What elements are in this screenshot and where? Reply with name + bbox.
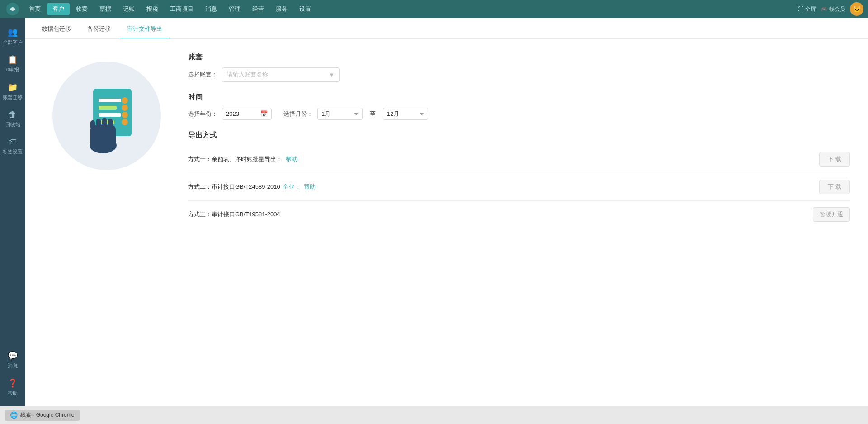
- sidebar-bottom-label: 消息: [8, 362, 18, 369]
- recycle-icon: 🗑: [9, 110, 17, 119]
- sidebar-item-label: 回收站: [5, 121, 20, 128]
- account-form-row: 选择账套： 请输入账套名称 ▼: [188, 67, 850, 82]
- svg-rect-2: [99, 99, 121, 102]
- export-method-3-text: 方式三：审计接口GB/T19581-2004: [188, 210, 280, 219]
- svg-point-7: [122, 105, 128, 111]
- month-end-select[interactable]: 1月2月3月 4月5月6月 7月8月9月 10月11月 12月: [383, 108, 428, 120]
- fullscreen-icon: ⛶: [798, 6, 803, 12]
- nav-fee[interactable]: 收费: [71, 3, 93, 15]
- nav-settings[interactable]: 设置: [294, 3, 316, 15]
- svg-rect-14: [102, 118, 107, 129]
- export-method-2-company[interactable]: 企业：: [283, 183, 300, 190]
- sidebar-item-label: 全部客户: [3, 39, 23, 46]
- fullscreen-label: 全屏: [805, 5, 816, 13]
- taskbar-item-label: 线索 - Google Chrome: [20, 411, 74, 419]
- sidebar-item-recycle[interactable]: 🗑 回收站: [0, 105, 25, 133]
- all-clients-icon: 👥: [8, 27, 18, 37]
- sidebar-bottom-label: 帮助: [8, 390, 18, 397]
- nav-client[interactable]: 客户: [47, 3, 70, 15]
- account-migration-icon: 📁: [8, 82, 18, 92]
- svg-rect-12: [90, 120, 95, 129]
- taskbar: 🌐 线索 - Google Chrome: [0, 406, 868, 424]
- year-value: 2023: [226, 110, 239, 117]
- tag-settings-icon: 🏷: [9, 137, 17, 147]
- export-method-2: 方式二：审计接口GB/T24589-2010 企业： 帮助 下 载: [188, 173, 850, 201]
- month-start-select[interactable]: 1月2月3月 4月5月6月 7月8月9月 10月11月12月: [317, 108, 363, 120]
- export-method-2-label: 方式二：审计接口GB/T24589-2010: [188, 183, 280, 190]
- export-method-1-download-button[interactable]: 下 载: [819, 152, 850, 167]
- export-method-1-label: 方式一：余额表、序时账批量导出：: [188, 156, 282, 162]
- top-nav: 首页 客户 收费 票据 记账 报税 工商项目 消息 管理 经营 服务 设置 ⛶ …: [0, 0, 868, 18]
- tab-backup-migration[interactable]: 备份迁移: [80, 20, 118, 38]
- app-logo: [5, 1, 21, 17]
- calendar-icon: 📅: [260, 110, 268, 117]
- export-method-3-coming-soon-button: 暂缓开通: [813, 207, 850, 222]
- sidebar-item-all-clients[interactable]: 👥 全部客户: [0, 23, 25, 50]
- sidebar-item-account-migration[interactable]: 📁 账套迁移: [0, 78, 25, 105]
- page-content: 账套 选择账套： 请输入账套名称 ▼ 时间 选择年份：: [25, 39, 868, 406]
- illustration-circle: [52, 62, 161, 170]
- account-select-input[interactable]: 请输入账套名称 ▼: [222, 67, 340, 82]
- nav-manage[interactable]: 管理: [223, 3, 246, 15]
- year-input[interactable]: 2023 📅: [222, 108, 272, 120]
- nav-operation[interactable]: 经营: [247, 3, 269, 15]
- sidebar-item-tag-settings[interactable]: 🏷 标签设置: [0, 133, 25, 160]
- export-method-1: 方式一：余额表、序时账批量导出： 帮助 下 载: [188, 146, 850, 173]
- time-section: 时间 选择年份： 2023 📅 选择月份： 1月2月3月 4月5月6月 7月8月…: [188, 93, 850, 120]
- nav-service[interactable]: 服务: [270, 3, 293, 15]
- zero-declare-icon: 📋: [8, 55, 18, 65]
- main-layout: 👥 全部客户 📋 0申报 📁 账套迁移 🗑 回收站 🏷 标签设置 💬 消息 ❓: [0, 18, 868, 406]
- nav-business[interactable]: 工商项目: [165, 3, 199, 15]
- content-area: 数据包迁移 备份迁移 审计文件导出: [25, 18, 868, 406]
- nav-message[interactable]: 消息: [200, 3, 222, 15]
- svg-rect-15: [108, 119, 113, 129]
- taskbar-chrome-item[interactable]: 🌐 线索 - Google Chrome: [5, 410, 80, 421]
- sidebar-item-help[interactable]: ❓ 帮助: [0, 374, 25, 401]
- sidebar-item-label: 账套迁移: [3, 94, 23, 101]
- sidebar-bottom: 💬 消息 ❓ 帮助: [0, 346, 25, 401]
- account-section: 账套 选择账套： 请输入账套名称 ▼: [188, 52, 850, 82]
- svg-rect-3: [99, 106, 117, 110]
- export-method-2-download-button[interactable]: 下 载: [819, 180, 850, 194]
- nav-tax[interactable]: 报税: [141, 3, 164, 15]
- nav-invoice[interactable]: 票据: [94, 3, 117, 15]
- sidebar-item-label: 标签设置: [3, 148, 23, 155]
- year-label: 选择年份：: [188, 110, 217, 118]
- top-nav-right: ⛶ 全屏 🎮 畅会员 🐱: [798, 2, 863, 16]
- message-icon: 💬: [8, 351, 18, 361]
- time-form-row: 选择年份： 2023 📅 选择月份： 1月2月3月 4月5月6月 7月8月9月 …: [188, 108, 850, 120]
- nav-bookkeeping[interactable]: 记账: [118, 3, 140, 15]
- fullscreen-button[interactable]: ⛶ 全屏: [798, 5, 816, 13]
- account-section-title: 账套: [188, 52, 850, 62]
- member-icon: 🎮: [821, 6, 827, 12]
- chrome-icon: 🌐: [10, 411, 18, 419]
- account-select-label: 选择账套：: [188, 71, 217, 79]
- export-method-3-label: 方式三：审计接口GB/T19581-2004: [188, 211, 280, 218]
- tab-data-migration[interactable]: 数据包迁移: [34, 20, 78, 38]
- account-dropdown-icon: ▼: [329, 71, 335, 78]
- export-method-1-help[interactable]: 帮助: [286, 156, 297, 162]
- export-method-2-text: 方式二：审计接口GB/T24589-2010 企业： 帮助: [188, 183, 316, 191]
- export-section: 导出方式 方式一：余额表、序时账批量导出： 帮助 下 载 方式二：审计接口GB/…: [188, 131, 850, 228]
- export-section-title: 导出方式: [188, 131, 850, 140]
- nav-home[interactable]: 首页: [24, 3, 46, 15]
- svg-point-8: [122, 112, 128, 118]
- tab-bar: 数据包迁移 备份迁移 审计文件导出: [25, 18, 868, 39]
- form-area: 账套 选择账套： 请输入账套名称 ▼ 时间 选择年份：: [188, 52, 850, 392]
- time-separator: 至: [370, 110, 376, 118]
- illustration-svg: [71, 75, 143, 157]
- sidebar-item-zero-declare[interactable]: 📋 0申报: [0, 50, 25, 78]
- illustration-area: [43, 52, 170, 392]
- sidebar-item-message[interactable]: 💬 消息: [0, 346, 25, 374]
- svg-point-6: [122, 97, 128, 104]
- top-nav-items: 首页 客户 收费 票据 记账 报税 工商项目 消息 管理 经营 服务 设置: [24, 3, 798, 15]
- svg-rect-4: [99, 113, 121, 117]
- member-button[interactable]: 🎮 畅会员: [821, 5, 845, 13]
- member-label: 畅会员: [829, 5, 845, 13]
- avatar[interactable]: 🐱: [850, 2, 863, 16]
- export-method-2-help[interactable]: 帮助: [304, 183, 316, 190]
- help-icon: ❓: [8, 378, 18, 388]
- export-method-1-text: 方式一：余额表、序时账批量导出： 帮助: [188, 155, 297, 163]
- tab-audit-export[interactable]: 审计文件导出: [120, 20, 170, 38]
- month-label: 选择月份：: [283, 110, 313, 118]
